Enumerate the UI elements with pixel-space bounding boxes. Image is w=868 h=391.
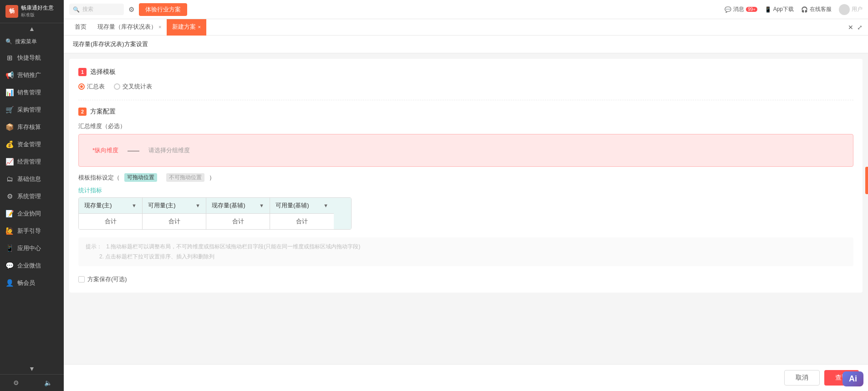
search-icon: 🔍 — [5, 38, 12, 45]
sidebar-item-quick-nav[interactable]: ⊞ 快捷导航 — [0, 49, 64, 67]
save-option-label: 方案保存(可选) — [87, 275, 127, 283]
sidebar: 畅 畅康通好生意 标准版 ▲ 🔍 搜索菜单 ⊞ 快捷导航 📢 营销推广 📊 销售… — [0, 0, 64, 391]
draggable-badge: 可拖动位置 — [124, 173, 157, 182]
ai-badge[interactable]: Ai — [842, 371, 863, 386]
sidebar-bottom: ⚙ 🔈 — [0, 374, 64, 391]
dimension-placeholder: 请选择分组维度 — [148, 146, 190, 154]
messages-button[interactable]: 💬 消息 99+ — [725, 5, 757, 13]
topbar-gear-icon[interactable]: ⚙ — [128, 5, 134, 14]
tab-new-scheme[interactable]: 新建方案 × — [167, 19, 206, 36]
sidebar-item-guide[interactable]: 🙋 新手引导 — [0, 222, 64, 240]
sidebar-item-wechat[interactable]: 💬 企业微信 — [0, 257, 64, 274]
user-menu[interactable]: 用户 — [839, 4, 863, 15]
save-option-row: 方案保存(可选) — [78, 275, 853, 283]
footer: 取消 查询 — [64, 364, 868, 391]
step1-number: 1 — [78, 68, 87, 76]
stat-col-3-header[interactable]: 现存量(基辅) ▼ — [206, 198, 270, 214]
tab-inventory-close-icon[interactable]: × — [158, 24, 161, 30]
stat-col-1-body: 合计 — [79, 214, 142, 229]
tab-bar: 首页 现存量（库存状况表） × 新建方案 × ✕ ⤢ — [64, 19, 868, 36]
sidebar-item-enterprise[interactable]: 📝 企业协同 — [0, 205, 64, 222]
tab-expand-btn[interactable]: ⤢ — [857, 24, 863, 31]
sidebar-item-purchase[interactable]: 🛒 采购管理 — [0, 101, 64, 118]
tab-home[interactable]: 首页 — [69, 19, 92, 36]
quick-nav-icon: ⊞ — [5, 54, 14, 62]
stat-table: 现存量(主) ▼ 合计 可用量(主) ▼ 合计 — [78, 197, 352, 230]
tab-close-window-btn[interactable]: ✕ — [848, 24, 853, 31]
step1-header: 1 选择模板 — [78, 68, 853, 76]
stat-col-2-header[interactable]: 可用量(主) ▼ — [143, 198, 206, 214]
sidebar-scroll-up[interactable]: ▲ — [0, 23, 64, 34]
app-download-button[interactable]: 📱 App下载 — [765, 5, 794, 13]
tab-new-close-icon[interactable]: × — [198, 24, 200, 30]
app-download-icon: 📱 — [765, 6, 771, 13]
stat-col-4-header[interactable]: 可用量(基辅) ▼ — [270, 198, 334, 214]
service-icon: 🎧 — [801, 6, 808, 13]
dimension-label: 汇总维度（必选） — [78, 122, 853, 130]
stat-col-1: 现存量(主) ▼ 合计 — [79, 198, 143, 229]
marketing-icon: 📢 — [5, 71, 14, 79]
sidebar-scroll-down[interactable]: ▼ — [0, 363, 64, 374]
template-radio-group: 汇总表 交叉统计表 — [78, 82, 853, 91]
cancel-button[interactable]: 取消 — [784, 370, 820, 386]
dimension-dash: —— — [128, 147, 139, 154]
main-area: 🔍 搜索 ⚙ 体验行业方案 💬 消息 99+ 📱 App下载 🎧 在线客服 用户 — [64, 0, 868, 391]
management-icon: 📈 — [5, 158, 14, 166]
dimension-required: *纵向维度 — [92, 146, 118, 154]
radio-summary-dot — [78, 83, 85, 90]
guide-icon: 🙋 — [5, 227, 14, 235]
page-title: 现存量(库存状况表)方案设置 — [73, 41, 148, 47]
sidebar-item-finance[interactable]: 💰 资金管理 — [0, 136, 64, 153]
settings-bottom-btn[interactable]: ⚙ — [0, 375, 32, 391]
sales-icon: 📊 — [5, 88, 14, 97]
finance-icon: 💰 — [5, 140, 14, 149]
sidebar-item-sales[interactable]: 📊 销售管理 — [0, 84, 64, 101]
content-area: 现存量(库存状况表)方案设置 1 选择模板 汇总表 交叉统计表 — [64, 36, 868, 364]
stat-table-header: 现存量(主) ▼ 合计 可用量(主) ▼ 合计 — [79, 198, 351, 229]
dimension-box: *纵向维度 —— 请选择分组维度 — [78, 134, 853, 167]
topbar-search[interactable]: 🔍 搜索 — [69, 4, 124, 15]
indicator-settings: 模板指标设定（ 可拖动位置 不可拖动位置 ） 统计指标 现存量(主) — [78, 173, 853, 231]
tips-block: 提示： 1.拖动标题栏可以调整布局，不可跨维度或指标区域拖动栏目字段(只能在同一… — [78, 237, 853, 266]
chevron-down-icon-3: ▼ — [259, 203, 264, 208]
wechat-icon: 💬 — [5, 262, 14, 270]
step2-header: 2 方案配置 — [78, 108, 853, 116]
online-service-button[interactable]: 🎧 在线客服 — [801, 5, 832, 13]
app-center-icon: 📱 — [5, 244, 14, 252]
system-icon: ⚙ — [5, 192, 14, 201]
step2-title: 方案配置 — [90, 108, 116, 116]
sidebar-search-item[interactable]: 🔍 搜索菜单 — [0, 34, 64, 49]
sound-bottom-btn[interactable]: 🔈 — [32, 375, 64, 391]
inventory-icon: 📦 — [5, 123, 14, 131]
stat-col-2: 可用量(主) ▼ 合计 — [143, 198, 206, 229]
chevron-down-icon-2: ▼ — [195, 203, 200, 208]
indicator-label-row: 模板指标设定（ 可拖动位置 不可拖动位置 ） — [78, 173, 853, 182]
page-header: 现存量(库存状况表)方案设置 — [64, 36, 868, 53]
sidebar-item-basic-info[interactable]: 🗂 基础信息 — [0, 170, 64, 188]
stat-col-1-header[interactable]: 现存量(主) ▼ — [79, 198, 142, 214]
stat-col-2-body: 合计 — [143, 214, 206, 229]
stat-section-title: 统计指标 — [78, 186, 853, 195]
trial-industry-button[interactable]: 体验行业方案 — [139, 3, 187, 16]
radio-cross-dot — [114, 83, 120, 90]
sidebar-item-inventory[interactable]: 📦 库存核算 — [0, 118, 64, 136]
message-icon: 💬 — [725, 6, 731, 13]
enterprise-icon: 📝 — [5, 210, 14, 218]
step2-number: 2 — [78, 108, 87, 116]
step1-block: 1 选择模板 汇总表 交叉统计表 — [78, 68, 853, 91]
sidebar-item-system[interactable]: ⚙ 系统管理 — [0, 188, 64, 205]
non-draggable-badge: 不可拖动位置 — [166, 173, 204, 182]
settings-panel: 1 选择模板 汇总表 交叉统计表 2 — [69, 59, 863, 293]
sidebar-item-member[interactable]: 👤 畅会员 — [0, 274, 64, 292]
sidebar-item-marketing[interactable]: 📢 营销推广 — [0, 67, 64, 84]
radio-summary-table[interactable]: 汇总表 — [78, 82, 105, 91]
stat-col-3-body: 合计 — [206, 214, 270, 229]
sidebar-item-management[interactable]: 📈 经营管理 — [0, 153, 64, 170]
sidebar-item-app-center[interactable]: 📱 应用中心 — [0, 240, 64, 257]
sidebar-logo: 畅 畅康通好生意 标准版 — [0, 0, 64, 23]
stat-col-4: 可用量(基辅) ▼ 合计 — [270, 198, 334, 229]
radio-cross-table[interactable]: 交叉统计表 — [114, 82, 152, 91]
tab-inventory-status[interactable]: 现存量（库存状况表） × — [92, 19, 167, 36]
save-checkbox[interactable] — [78, 276, 85, 283]
app-logo-icon: 畅 — [5, 5, 18, 18]
